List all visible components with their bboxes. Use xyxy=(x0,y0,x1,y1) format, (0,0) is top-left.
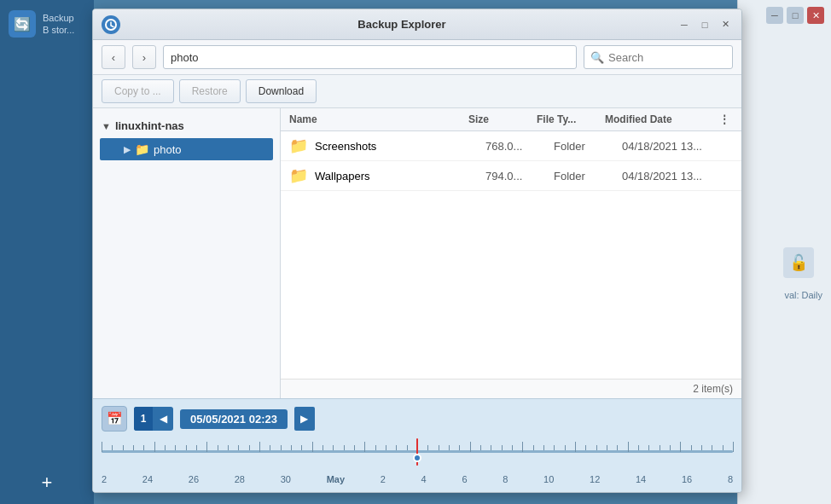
tree-host-item[interactable]: ▼ linuxhint-nas xyxy=(93,115,280,136)
file-area: Name Size File Ty... Modified Date ⋮ 📁 S… xyxy=(281,108,741,398)
chevron-down-icon: ▼ xyxy=(102,121,111,131)
col-header-more[interactable]: ⋮ xyxy=(716,113,733,125)
timeline-label: 4 xyxy=(421,474,427,484)
file-size: 794.0... xyxy=(485,170,554,182)
timeline-label: 24 xyxy=(142,474,153,484)
close-button[interactable]: ✕ xyxy=(718,17,733,32)
timeline-next-button[interactable]: ▶ xyxy=(294,407,315,431)
timeline-date-label: 05/05/2021 02:23 xyxy=(180,409,288,429)
timeline-label: 28 xyxy=(235,474,245,484)
col-header-date[interactable]: Modified Date xyxy=(605,113,716,125)
content-area: ▼ linuxhint-nas ▶ 📁 photo Name Size File… xyxy=(93,108,741,398)
timeline-label: 30 xyxy=(281,474,291,484)
window-title: Backup Explorer xyxy=(127,18,677,31)
file-name-cell: 📁 Screenshots xyxy=(289,136,485,155)
tree-folder-item[interactable]: ▶ 📁 photo xyxy=(100,138,273,160)
path-input[interactable] xyxy=(163,45,577,69)
restore-button[interactable]: Restore xyxy=(179,79,241,103)
file-name-cell: 📁 Wallpapers xyxy=(289,166,485,185)
timeline-label: 12 xyxy=(590,474,600,484)
action-toolbar: Copy to ... Restore Download xyxy=(93,75,741,108)
sidebar-backup-label: Backup B stor... xyxy=(43,12,74,37)
file-name: Screenshots xyxy=(315,140,376,153)
timeline-labels: 2 24 26 28 30 May 2 4 6 8 10 12 14 16 8 xyxy=(93,472,741,488)
interval-label: val: Daily xyxy=(784,290,827,300)
copy-to-button[interactable]: Copy to ... xyxy=(102,79,174,103)
back-button[interactable]: ‹ xyxy=(102,45,125,69)
window-controls: ─ □ ✕ xyxy=(677,17,733,32)
file-type: Folder xyxy=(554,140,622,153)
timeline-label: 8 xyxy=(728,474,733,484)
title-bar: Backup Explorer ─ □ ✕ xyxy=(93,9,741,40)
col-header-name[interactable]: Name xyxy=(289,113,468,125)
timeline-prev-button[interactable]: ◀ xyxy=(153,407,173,431)
timeline-label-may: May xyxy=(327,474,345,484)
folder-label: photo xyxy=(154,143,182,156)
timeline-area: 📅 1 ◀ 05/05/2021 02:23 ▶ 2 24 26 28 xyxy=(93,398,741,492)
download-button[interactable]: Download xyxy=(246,79,317,103)
search-wrapper: 🔍 xyxy=(584,45,733,69)
file-table-header: Name Size File Ty... Modified Date ⋮ xyxy=(281,108,741,131)
lock-icon: 🔓 xyxy=(783,247,814,278)
file-size: 768.0... xyxy=(485,140,554,153)
folder-icon: 📁 xyxy=(289,166,308,185)
timeline-label: 14 xyxy=(636,474,646,484)
timeline-label: 16 xyxy=(682,474,692,484)
chevron-right-icon: ▶ xyxy=(124,144,131,155)
timeline-nav: 1 ◀ xyxy=(134,407,173,431)
calendar-icon: 📅 xyxy=(107,411,123,426)
timeline-label: 10 xyxy=(543,474,554,484)
search-input[interactable] xyxy=(584,45,733,69)
timeline-label: 2 xyxy=(381,474,386,484)
nav-toolbar: ‹ › 🔍 xyxy=(93,40,741,75)
timeline-label: 8 xyxy=(503,474,508,484)
app-icon xyxy=(102,15,120,34)
file-date: 04/18/2021 13... xyxy=(622,140,733,153)
file-name: Wallpapers xyxy=(315,170,370,182)
col-header-type[interactable]: File Ty... xyxy=(537,113,605,125)
col-header-size[interactable]: Size xyxy=(468,113,537,125)
calendar-button[interactable]: 📅 xyxy=(102,406,127,432)
file-list: 📁 Screenshots 768.0... Folder 04/18/2021… xyxy=(281,131,741,379)
file-date: 04/18/2021 13... xyxy=(622,170,733,182)
right-panel: ─ □ ✕ 🔓 val: Daily xyxy=(737,0,831,504)
timeline-track[interactable] xyxy=(102,438,733,472)
backup-icon: 🔄 xyxy=(9,10,36,38)
minimize-button[interactable]: ─ xyxy=(677,17,692,32)
timeline-page-number: 1 xyxy=(134,407,153,431)
table-row[interactable]: 📁 Wallpapers 794.0... Folder 04/18/2021 … xyxy=(281,161,741,191)
maximize-button[interactable]: □ xyxy=(697,17,712,32)
folder-tree: ▼ linuxhint-nas ▶ 📁 photo xyxy=(93,108,281,398)
sidebar-backup-item[interactable]: 🔄 Backup B stor... xyxy=(0,0,94,48)
host-label: linuxhint-nas xyxy=(115,119,184,132)
backup-explorer-window: Backup Explorer ─ □ ✕ ‹ › 🔍 Copy to ... … xyxy=(92,9,742,493)
file-type: Folder xyxy=(554,170,622,182)
file-count: 2 item(s) xyxy=(281,379,741,398)
timeline-top: 📅 1 ◀ 05/05/2021 02:23 ▶ xyxy=(93,399,741,438)
folder-icon: 📁 xyxy=(135,142,149,156)
forward-button[interactable]: › xyxy=(132,45,156,69)
timeline-label: 26 xyxy=(189,474,199,484)
timeline-label: 6 xyxy=(462,474,467,484)
sidebar-add-button[interactable]: + xyxy=(0,461,94,504)
timeline-dot xyxy=(413,454,421,462)
timeline-label: 2 xyxy=(102,474,107,484)
table-row[interactable]: 📁 Screenshots 768.0... Folder 04/18/2021… xyxy=(281,131,741,161)
folder-icon: 📁 xyxy=(289,136,308,155)
